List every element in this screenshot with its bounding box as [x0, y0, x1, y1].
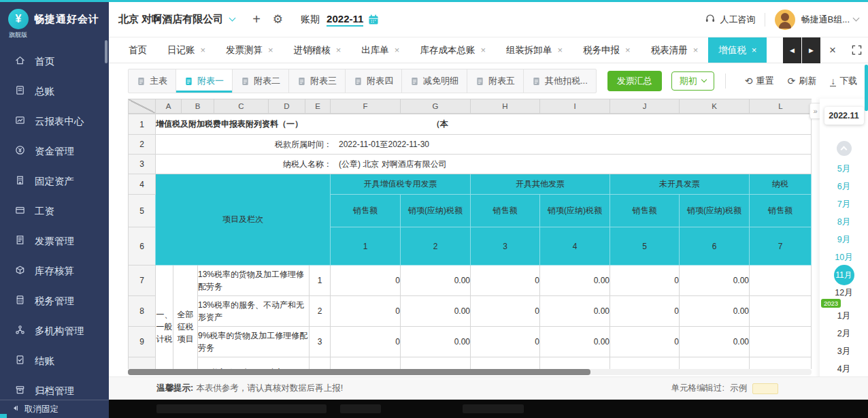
row-header[interactable]: 6 — [129, 227, 156, 266]
subtab-annex-5[interactable]: 附表五 — [467, 69, 524, 93]
column-header[interactable]: D — [269, 99, 305, 114]
calendar-icon[interactable] — [368, 14, 379, 25]
header-sub[interactable]: 销售额 — [610, 195, 680, 227]
row-subgroup-all-taxable[interactable]: 全部征税项目 — [173, 266, 198, 370]
row-group-general-tax[interactable]: 一、一般计税 — [156, 266, 173, 370]
header-group-tax-clipped[interactable]: 纳税 — [750, 174, 812, 195]
sidebar-item-fixed-assets[interactable]: 固定资产 — [0, 166, 109, 196]
page-scrollbar[interactable] — [865, 65, 868, 111]
cell[interactable]: 0.00 — [680, 296, 750, 327]
tab-vat-active[interactable]: 增值税× — [708, 37, 767, 63]
cell-item-desc[interactable]: 13%税率的货物及加工修理修配劳务 — [198, 266, 310, 296]
header-sub[interactable]: 销售额 — [750, 195, 812, 227]
cell[interactable]: 0 — [331, 327, 401, 357]
taxpayer-cell[interactable]: 纳税人名称：(公章) 北京 对啊酒店有限公司 — [156, 155, 812, 174]
cell[interactable]: 0.00 — [680, 327, 750, 357]
sidebar-item-tax-management[interactable]: 税务管理 — [0, 286, 109, 316]
row-header[interactable]: 9 — [129, 327, 156, 357]
cell[interactable]: 0.00 — [401, 266, 471, 296]
month-item-sep[interactable]: 9月 — [820, 231, 868, 248]
row-header[interactable]: 2 — [129, 135, 156, 155]
header-sub[interactable]: 销售额 — [331, 195, 401, 227]
tab-outbound[interactable]: 出库单× — [351, 37, 410, 63]
cell[interactable]: 0 — [331, 266, 401, 296]
period-value[interactable]: 2022-11 — [327, 13, 363, 27]
reset-button[interactable]: ⟲重置 — [745, 75, 774, 87]
subtab-main-table[interactable]: 主表 — [129, 69, 176, 93]
header-sub[interactable]: 销项(应纳)税额 — [540, 195, 610, 227]
close-icon[interactable]: × — [557, 46, 563, 54]
subtab-annex-4[interactable]: 附表四 — [346, 69, 402, 93]
column-header[interactable]: E — [305, 99, 331, 114]
close-icon[interactable]: × — [268, 46, 273, 54]
cell[interactable]: 0 — [610, 266, 680, 296]
month-item-nov-active[interactable]: 11月 — [820, 266, 868, 284]
month-item-apr[interactable]: 4月 — [820, 360, 868, 378]
horizontal-scrollbar[interactable] — [128, 369, 812, 375]
cell[interactable]: 0 — [471, 266, 540, 296]
tab-tax-filing[interactable]: 税务申报× — [573, 37, 641, 63]
cell[interactable]: 0 — [331, 357, 401, 370]
month-item-jul[interactable]: 7月 — [820, 195, 868, 213]
cell[interactable] — [750, 296, 812, 327]
close-icon[interactable]: × — [201, 46, 206, 54]
tab-journal[interactable]: 日记账× — [157, 37, 216, 63]
tab-tax-register[interactable]: 税表清册× — [641, 37, 709, 63]
column-header[interactable]: B — [182, 99, 214, 114]
cell-item-desc[interactable]: 9%税率的货物及加工修理修配劳务 — [198, 327, 310, 357]
subtab-annex-1-active[interactable]: 附表一 — [176, 69, 233, 93]
cell-line-no[interactable]: 2 — [310, 296, 331, 327]
close-icon[interactable]: × — [752, 46, 757, 54]
close-icon[interactable]: × — [480, 46, 486, 54]
header-sub[interactable]: 销项(应纳)税额 — [401, 195, 471, 227]
cell-line-no[interactable]: 3 — [310, 327, 331, 357]
cell[interactable]: 0.00 — [540, 296, 610, 327]
month-item-jun[interactable]: 6月 — [820, 178, 868, 195]
cell[interactable]: 0 — [331, 296, 401, 327]
sidebar-item-closing[interactable]: 结账 — [0, 346, 109, 376]
sidebar-item-invoice-management[interactable]: 发票管理 — [0, 226, 109, 256]
month-item-feb[interactable]: 2月 — [820, 325, 868, 342]
add-button[interactable]: + — [252, 12, 261, 27]
company-chevron-down-icon[interactable] — [229, 15, 236, 22]
human-consult-button[interactable]: 人工咨询 — [705, 13, 755, 26]
collapse-panel-button[interactable]: » — [809, 103, 820, 119]
column-header[interactable]: J — [610, 99, 680, 114]
settings-gear-icon[interactable]: ⚙ — [273, 14, 283, 25]
sidebar-scrollbar[interactable] — [105, 40, 107, 63]
cell[interactable]: 0 — [471, 296, 540, 327]
sidebar-item-payroll[interactable]: 工资 — [0, 196, 109, 226]
close-icon[interactable]: × — [336, 46, 341, 54]
header-col-number[interactable]: 4 — [540, 227, 610, 266]
header-col-number[interactable]: 1 — [331, 227, 401, 266]
column-header[interactable]: G — [401, 99, 471, 114]
cell[interactable]: 0.00 — [401, 357, 471, 370]
row-header[interactable]: 7 — [129, 266, 156, 296]
column-header[interactable]: F — [331, 99, 401, 114]
refresh-button[interactable]: ⟳刷新 — [788, 75, 817, 87]
month-item-mar[interactable]: 3月 — [820, 342, 868, 360]
sidebar-item-cloud-reports[interactable]: 云报表中心 — [0, 106, 109, 136]
cell[interactable]: 0.00 — [401, 296, 471, 327]
subtab-annex-3[interactable]: 附表三 — [289, 69, 346, 93]
cell-item-desc[interactable]: 9%税率的服务、不动产 — [198, 357, 310, 370]
account-chevron-down-icon[interactable] — [853, 15, 860, 22]
header-col-number[interactable]: 7 — [750, 227, 812, 266]
row-header[interactable]: 8 — [129, 296, 156, 327]
tabs-scroll-right-button[interactable]: ▶ — [802, 37, 820, 63]
cell[interactable]: 0.00 — [540, 357, 610, 370]
sidebar-item-home[interactable]: 首页 — [0, 46, 109, 76]
cell[interactable]: 0.00 — [540, 266, 610, 296]
month-item-oct[interactable]: 10月 — [820, 248, 868, 266]
close-icon[interactable]: × — [395, 46, 400, 54]
months-scroll-up-button[interactable] — [837, 141, 852, 156]
column-header[interactable]: I — [540, 99, 610, 114]
account-name[interactable]: 畅捷通B组... — [801, 14, 850, 26]
sidebar-item-funds[interactable]: 资金管理 — [0, 136, 109, 166]
header-col-number[interactable]: 6 — [680, 227, 750, 266]
tab-assembly[interactable]: 组装拆卸单× — [496, 37, 573, 63]
unpin-sidebar-button[interactable]: 取消固定 — [0, 400, 109, 418]
invoice-summary-button[interactable]: 发票汇总 — [607, 71, 662, 91]
tab-invoice-calc[interactable]: 发票测算× — [216, 37, 284, 63]
month-item-aug[interactable]: 8月 — [820, 213, 868, 231]
